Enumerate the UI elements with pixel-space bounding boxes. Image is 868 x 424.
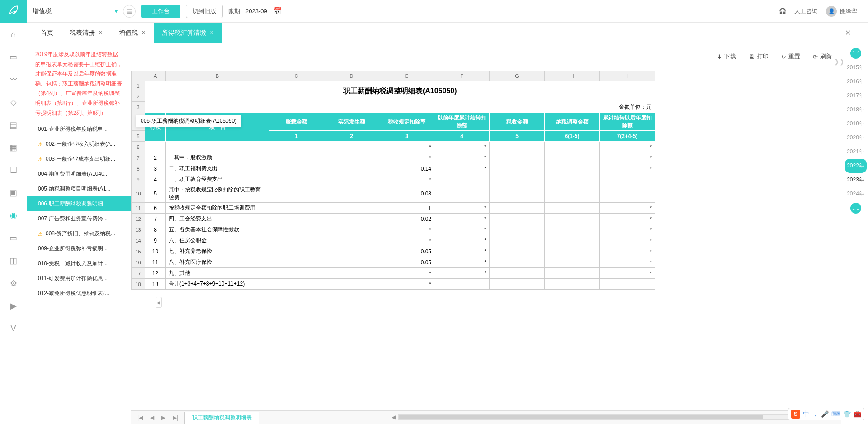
nav-item-0[interactable]: 001-企业所得税年度纳税申... [27, 122, 131, 137]
workspace-button[interactable]: 工作台 [141, 5, 180, 18]
data-cell[interactable] [166, 142, 269, 152]
data-cell[interactable] [545, 246, 600, 257]
year-2024年[interactable]: 2024年 [845, 187, 867, 201]
row-header[interactable]: 18 [132, 279, 145, 290]
data-cell[interactable]: 其中：按税收规定比例扣除的职工教育经费 [166, 185, 269, 203]
data-cell[interactable]: * [434, 235, 490, 246]
data-cell[interactable]: * [434, 214, 490, 224]
data-cell[interactable] [324, 185, 379, 203]
row-header[interactable]: 11 [132, 203, 145, 214]
data-cell[interactable] [324, 268, 379, 279]
ime-punct-icon[interactable]: ， [812, 410, 818, 418]
close-icon[interactable]: ✕ [142, 30, 146, 36]
data-cell[interactable] [545, 257, 600, 268]
data-cell[interactable]: 三、职工教育经费支出 [166, 174, 269, 185]
data-cell[interactable] [269, 279, 324, 290]
data-cell[interactable] [269, 268, 324, 279]
data-cell[interactable] [269, 185, 324, 203]
ime-keyboard-icon[interactable]: ⌨ [831, 410, 840, 418]
year-down-icon[interactable]: ⌄⌄ [850, 203, 861, 214]
switch-version-button[interactable]: 切到旧版 [186, 5, 223, 18]
col-header[interactable]: C [269, 71, 324, 81]
data-cell[interactable]: * [434, 246, 490, 257]
data-cell[interactable]: 二、职工福利费支出 [166, 163, 269, 174]
close-all-icon[interactable]: ✕ [845, 29, 851, 37]
data-cell[interactable] [545, 174, 600, 185]
data-cell[interactable] [324, 224, 379, 235]
nav-item-8[interactable]: 009-企业所得税弥补亏损明... [27, 241, 131, 256]
ime-bar[interactable]: S 中 ， 🎤 ⌨ 👕 🧰 [788, 408, 864, 420]
data-cell[interactable]: * [600, 235, 655, 246]
chart-icon[interactable]: 〰 [8, 74, 19, 85]
data-cell[interactable]: * [600, 152, 655, 163]
reset-button[interactable]: ↻重置 [781, 52, 800, 61]
data-cell[interactable] [269, 224, 324, 235]
data-cell[interactable] [545, 142, 600, 152]
data-cell[interactable]: 0.02 [379, 214, 434, 224]
data-cell[interactable]: * [600, 163, 655, 174]
data-cell[interactable]: * [434, 203, 490, 214]
data-cell[interactable] [269, 257, 324, 268]
year-2018年[interactable]: 2018年 [845, 103, 867, 117]
data-cell[interactable] [269, 142, 324, 152]
data-cell[interactable]: * [379, 142, 434, 152]
row-header[interactable]: 5 [132, 131, 145, 142]
data-cell[interactable] [269, 163, 324, 174]
data-cell[interactable]: * [600, 224, 655, 235]
data-cell[interactable]: * [434, 163, 490, 174]
nav-item-10[interactable]: 011-研发费用加计扣除优惠... [27, 271, 131, 286]
headset-icon[interactable]: 🎧 [779, 8, 786, 14]
year-2021年[interactable]: 2021年 [845, 145, 867, 159]
col-header[interactable]: G [490, 71, 545, 81]
data-cell[interactable] [269, 203, 324, 214]
data-cell[interactable] [324, 246, 379, 257]
data-cell[interactable] [324, 142, 379, 152]
row-header[interactable]: 1 [132, 81, 145, 91]
ime-mic-icon[interactable]: 🎤 [821, 410, 829, 418]
tab-2[interactable]: 增值税✕ [111, 23, 154, 43]
data-cell[interactable] [545, 214, 600, 224]
tab-3[interactable]: 所得税汇算清缴✕ [154, 23, 222, 43]
data-cell[interactable]: 2 [145, 152, 166, 163]
data-cell[interactable]: * [434, 224, 490, 235]
invoice-icon[interactable]: ▭ [8, 52, 19, 62]
data-cell[interactable] [490, 174, 545, 185]
data-cell[interactable]: 九、其他 [166, 268, 269, 279]
row-header[interactable]: 14 [132, 235, 145, 246]
data-cell[interactable] [490, 279, 545, 290]
collapse-handle[interactable]: ◀ [156, 297, 162, 308]
row-header[interactable]: 10 [132, 185, 145, 203]
data-cell[interactable] [490, 163, 545, 174]
data-cell[interactable]: * [379, 268, 434, 279]
data-cell[interactable]: * [379, 235, 434, 246]
data-cell[interactable]: 6 [145, 203, 166, 214]
data-cell[interactable]: * [600, 203, 655, 214]
data-cell[interactable]: * [379, 152, 434, 163]
grid-icon[interactable]: ▣ [8, 187, 19, 198]
data-cell[interactable] [600, 185, 655, 203]
tax-type-dropdown[interactable]: 增值税 ▾ [33, 7, 118, 15]
col-header[interactable]: B [166, 71, 269, 81]
data-cell[interactable]: 8 [145, 224, 166, 235]
close-icon[interactable]: ✕ [99, 30, 103, 36]
data-cell[interactable] [545, 163, 600, 174]
book-icon[interactable]: ◉ [8, 210, 19, 221]
info-button[interactable]: ▤ [123, 5, 136, 18]
gear-icon[interactable]: ⚙ [8, 278, 19, 289]
year-up-icon[interactable]: ⌃⌃ [850, 48, 861, 59]
calendar-icon[interactable]: 📅 [273, 7, 282, 15]
nav-item-9[interactable]: 010-免税、减计收入及加计... [27, 256, 131, 271]
nav-item-6[interactable]: 007-广告费和业务宣传费跨... [27, 211, 131, 226]
data-cell[interactable] [545, 224, 600, 235]
data-cell[interactable] [600, 279, 655, 290]
tab-1[interactable]: 税表清册✕ [61, 23, 111, 43]
col-header[interactable]: A [145, 71, 166, 81]
row-header[interactable]: 15 [132, 246, 145, 257]
ime-skin-icon[interactable]: 👕 [843, 410, 851, 418]
data-cell[interactable]: 1 [379, 203, 434, 214]
row-header[interactable]: 3 [132, 101, 145, 113]
report-icon[interactable]: ▦ [8, 142, 19, 153]
year-2019年[interactable]: 2019年 [845, 117, 867, 131]
year-2020年[interactable]: 2020年 [845, 131, 867, 145]
row-header[interactable]: 6 [132, 142, 145, 152]
